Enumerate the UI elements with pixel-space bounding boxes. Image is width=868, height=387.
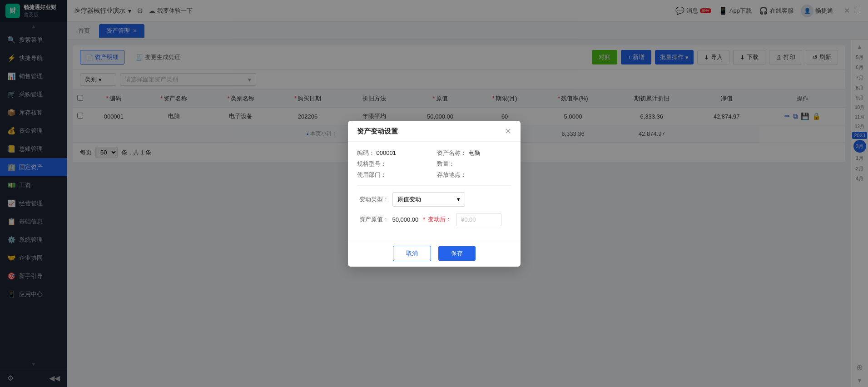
change-type-field: 变动类型： 原值变动 ▾ bbox=[357, 192, 511, 207]
original-value-display: 50,000.00 bbox=[392, 216, 419, 223]
value-change-field: 资产原值： 50,000.00 * 变动后： bbox=[357, 213, 511, 226]
change-type-control: 原值变动 ▾ bbox=[392, 192, 511, 207]
asset-change-dialog: 资产变动设置 ✕ 编码： 000001 资产名称： 电脑 规格型号： 数 bbox=[348, 121, 521, 267]
dialog-header: 资产变动设置 ✕ bbox=[348, 121, 521, 142]
dialog-name-value: 电脑 bbox=[468, 149, 480, 157]
dialog-location-field: 存放地点： bbox=[437, 171, 511, 179]
dialog-info-grid: 编码： 000001 资产名称： 电脑 规格型号： 数量： 使用部门： bbox=[357, 149, 511, 186]
after-value-input[interactable] bbox=[456, 213, 501, 226]
change-type-select[interactable]: 原值变动 ▾ bbox=[392, 192, 465, 207]
dialog-dept-field: 使用部门： bbox=[357, 171, 432, 179]
dialog-title: 资产变动设置 bbox=[357, 127, 398, 136]
dialog-code-field: 编码： 000001 bbox=[357, 149, 432, 157]
dialog-code-value: 000001 bbox=[377, 149, 396, 156]
save-button[interactable]: 保存 bbox=[438, 246, 476, 261]
cancel-button[interactable]: 取消 bbox=[393, 246, 431, 261]
dialog-footer: 取消 保存 bbox=[348, 240, 521, 267]
required-star: * 变动后： bbox=[423, 215, 451, 223]
chevron-down-icon: ▾ bbox=[457, 196, 460, 203]
dialog-body: 编码： 000001 资产名称： 电脑 规格型号： 数量： 使用部门： bbox=[348, 142, 521, 240]
dialog-quantity-field: 数量： bbox=[437, 160, 511, 168]
dialog-spec-field: 规格型号： bbox=[357, 160, 432, 168]
dialog-name-field: 资产名称： 电脑 bbox=[437, 149, 511, 157]
modal-overlay[interactable]: 资产变动设置 ✕ 编码： 000001 资产名称： 电脑 规格型号： 数 bbox=[0, 0, 868, 387]
dialog-close-icon[interactable]: ✕ bbox=[505, 127, 511, 135]
value-change-control: 50,000.00 * 变动后： bbox=[392, 213, 511, 226]
